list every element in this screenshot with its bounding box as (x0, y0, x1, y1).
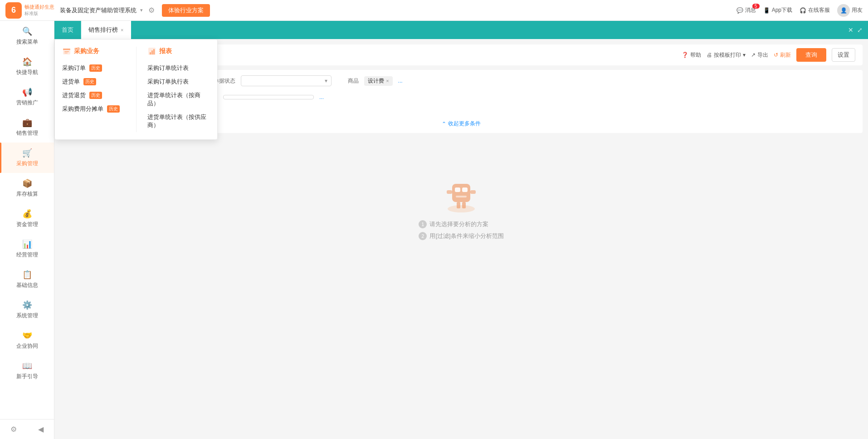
tab-sales-rank[interactable]: 销售排行榜 × (81, 21, 131, 39)
dropdown-item-label: 采购订单 (62, 64, 86, 72)
sidebar-item-guide[interactable]: 📖 新手引导 (0, 355, 54, 386)
handshake-icon: 🤝 (22, 330, 32, 340)
chart-icon: 📊 (22, 239, 32, 249)
app-download-label: App下载 (772, 6, 792, 14)
goods-tag-remove[interactable]: × (386, 78, 389, 84)
sys-title-dropdown-icon[interactable]: ▾ (140, 7, 143, 13)
dropdown-item-report-4[interactable]: 进货单统计表（按供应商） (147, 110, 210, 132)
sidebar-item-label: 企业协同 (16, 342, 38, 350)
sidebar-item-basic-info[interactable]: 📋 基础信息 (0, 264, 54, 295)
goods-more-btn[interactable]: ... (398, 78, 403, 84)
briefcase-icon: 💼 (22, 118, 32, 128)
dropdown-item-purchase-return[interactable]: 进货退货 历史 (62, 89, 125, 102)
svg-rect-2 (455, 187, 460, 192)
logo: 6 畅捷通好生意 标准版 (5, 2, 60, 19)
query-button[interactable]: 查询 (796, 48, 826, 62)
svg-rect-1 (452, 184, 470, 202)
logo-sub: 标准版 (24, 10, 54, 17)
dropdown-item-label: 采购费用分摊单 (62, 105, 103, 113)
hint-num-1: 1 (419, 220, 427, 228)
logo-icon: 6 (5, 2, 22, 19)
dropdown-item-report-label-3: 进货单统计表（按商品） (147, 91, 210, 108)
user-action[interactable]: 👤 用友 (837, 4, 863, 17)
industry-btn[interactable]: 体验行业方案 (162, 4, 210, 17)
tabbar-expand-icon[interactable]: ⤢ (857, 26, 863, 34)
phone-icon: 📱 (763, 7, 770, 14)
salesperson-select[interactable] (223, 95, 314, 99)
tabbar-close-icon[interactable]: ✕ (848, 26, 853, 34)
app-download-action[interactable]: 📱 App下载 (763, 6, 792, 14)
sidebar-item-label: 新手引导 (16, 373, 38, 380)
dropdown-item-purchase-expense[interactable]: 采购费用分摊单 历史 (62, 102, 125, 116)
export-btn[interactable]: ↗ 导出 (751, 51, 768, 59)
online-service-action[interactable]: 🎧 在线客服 (800, 6, 830, 14)
report-col-icon (147, 47, 156, 56)
history-badge-0: 历史 (89, 64, 102, 72)
dropdown-item-report-3[interactable]: 进货单统计表（按商品） (147, 89, 210, 110)
settings-button[interactable]: 设置 (832, 48, 855, 62)
dropdown-item-report-1[interactable]: 采购订单统计表 (147, 61, 210, 75)
message-badge: 5 (752, 4, 760, 9)
sidebar-item-label: 快捷导航 (16, 69, 38, 76)
sidebar-item-finance[interactable]: 💰 资金管理 (0, 203, 54, 234)
doc-status-select[interactable]: ▾ (241, 75, 332, 86)
tab-home[interactable]: 首页 (54, 21, 81, 39)
collapse-up-icon: ⌃ (442, 121, 446, 127)
refresh-btn[interactable]: ↺ 刷新 (774, 51, 791, 59)
sidebar-item-label: 库存核算 (16, 190, 38, 198)
headset-icon: 🎧 (800, 7, 806, 14)
goods-tag-value: 设计费 (368, 77, 384, 85)
sidebar-item-operations[interactable]: 📊 经营管理 (0, 234, 54, 264)
purchase-col-title-text: 采购业务 (74, 47, 99, 55)
sidebar-item-inventory[interactable]: 📦 库存核算 (0, 173, 54, 203)
message-action[interactable]: 💬 消息 5 (736, 6, 756, 14)
sidebar-item-label: 基础信息 (16, 281, 38, 289)
svg-rect-8 (462, 202, 466, 208)
dropdown-item-purchase-order[interactable]: 采购订单 历史 (62, 61, 125, 75)
home-icon: 🏠 (22, 57, 32, 67)
sidebar-item-marketing[interactable]: 📢 营销推广 (0, 82, 54, 112)
sidebar-item-quick-nav[interactable]: 🏠 快捷导航 (0, 51, 54, 82)
sidebar: 🔍 搜索菜单 🏠 快捷导航 📢 营销推广 💼 销售管理 🛒 采购管理 📦 库存核… (0, 21, 54, 439)
purchase-col-title: 采购业务 (62, 47, 125, 56)
tab-close-icon[interactable]: × (121, 27, 123, 33)
refresh-icon: ↺ (774, 52, 778, 58)
dropdown-divider (136, 47, 137, 132)
hint-text-1: 请先选择要分析的方案 (429, 218, 488, 230)
history-badge-2: 历史 (89, 92, 102, 99)
print-btn[interactable]: 🖨 按模板打印 ▾ (707, 51, 746, 59)
svg-rect-12 (64, 53, 68, 54)
goods-label: 商品 (348, 77, 359, 85)
help-label: 帮助 (690, 51, 701, 59)
help-btn[interactable]: ❓ 帮助 (682, 51, 701, 59)
collapse-icon[interactable]: ◀ (38, 425, 44, 434)
box-icon: 📦 (22, 178, 32, 188)
sidebar-item-system[interactable]: ⚙️ 系统管理 (0, 295, 54, 325)
salesperson-more-btn[interactable]: ... (319, 94, 324, 100)
hint-num-2: 2 (419, 232, 427, 240)
collapse-label: 收起更多条件 (448, 120, 481, 128)
sidebar-item-sales[interactable]: 💼 销售管理 (0, 112, 54, 143)
sidebar-item-purchase[interactable]: 🛒 采购管理 (0, 143, 54, 173)
sys-title: 装备及固定资产辅助管理系统 (60, 6, 137, 15)
megaphone-icon: 📢 (22, 87, 32, 97)
export-label: 导出 (757, 51, 768, 59)
sidebar-item-search-menu[interactable]: 🔍 搜索菜单 (0, 21, 54, 51)
dropdown-item-purchase-receipt[interactable]: 进货单 历史 (62, 75, 125, 89)
dropdown-item-report-2[interactable]: 采购订单执行表 (147, 75, 210, 89)
book-icon: 📖 (22, 361, 32, 371)
empty-illustration (439, 175, 484, 211)
clipboard-icon: 📋 (22, 270, 32, 280)
topbar-settings-icon[interactable]: ⚙ (148, 6, 155, 15)
avatar: 👤 (837, 4, 850, 17)
topbar: 6 畅捷通好生意 标准版 装备及固定资产辅助管理系统 ▾ ⚙ 体验行业方案 💬 … (0, 0, 868, 21)
history-badge-3: 历史 (107, 105, 120, 113)
sidebar-item-enterprise[interactable]: 🤝 企业协同 (0, 325, 54, 355)
empty-state: 1 请先选择要分析的方案 2 用[过滤]条件来缩小分析范围 (60, 138, 863, 278)
settings-bottom-icon[interactable]: ⚙ (10, 425, 17, 434)
gear-icon: ⚙️ (22, 300, 32, 310)
report-col-title-text: 报表 (159, 47, 172, 55)
print-arrow-icon: ▾ (743, 52, 746, 58)
svg-rect-10 (63, 49, 70, 50)
dropdown-item-report-label-2: 采购订单执行表 (147, 78, 189, 86)
